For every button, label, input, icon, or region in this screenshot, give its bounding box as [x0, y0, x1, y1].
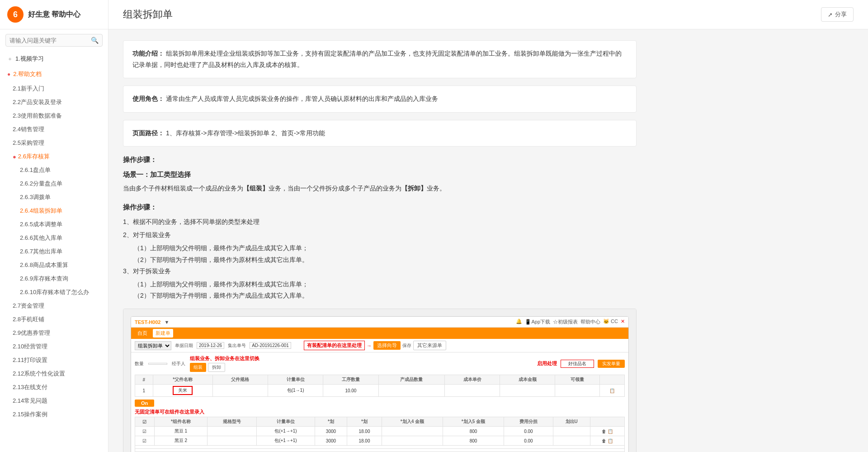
col-unit2: 计量单位	[256, 417, 315, 427]
mock-confirm-btn[interactable]: 实发单量	[598, 360, 625, 368]
col-name: *父件名称	[153, 375, 212, 385]
step2: 2、对于组装业务	[123, 229, 637, 241]
table-row: ☑ 黑豆 1 包(+1→+1) 3000 18.00 800 0.00	[135, 427, 625, 436]
sidebar-item-faq[interactable]: 2.14常见问题	[13, 394, 108, 408]
col-avail: 可领量	[555, 375, 599, 385]
col-d: 费用分担	[504, 417, 553, 427]
sidebar-item-data-prep[interactable]: 2.3使用前数据准备	[13, 109, 108, 123]
sidebar-item-partial-stocktake[interactable]: 2.6.2分量盘点单	[20, 177, 108, 190]
sidebar-item-assembly[interactable]: 2.6.4组装拆卸单	[20, 204, 108, 218]
table-row	[135, 449, 625, 452]
step-list: 1、根据不同的业务，选择不同单据的类型来处理 2、对于组装业务 （1）上部明细为…	[123, 216, 637, 301]
mock-tabs: 组装 拆卸	[190, 363, 225, 372]
mock-tab-disassembly[interactable]: 拆卸	[208, 363, 225, 372]
mock-icon4: 帮助中心	[580, 319, 600, 325]
col-b: *划入4 金额	[382, 417, 443, 427]
sidebar-item-ops[interactable]: 2.10经营管理	[13, 340, 108, 353]
mock-num-label: 集出单号	[228, 343, 246, 349]
col-a: *划	[347, 417, 382, 427]
col-ops	[599, 375, 624, 385]
mock-icon3: ☆初级报表	[553, 319, 578, 325]
path-text: 1、库存核算->库存管理->组装拆卸单 2、首页->常用功能	[166, 129, 325, 137]
search-box[interactable]: 🔍	[5, 34, 103, 47]
step2-sub2: （2）下部明细为子件明细，最终作为原材料生成其它出库单。	[123, 254, 637, 266]
sidebar-item-system[interactable]: 2.12系统个性化设置	[13, 367, 108, 381]
intro-text: 组装拆卸单用来处理企业组装或拆卸等加工业务，支持有固定装配清单的产品加工业务，也…	[132, 50, 622, 68]
sidebar-item-print[interactable]: 2.11打印设置	[13, 353, 108, 367]
table-row	[135, 446, 625, 449]
sidebar-item-other-in[interactable]: 2.6.6其他入库单	[20, 231, 108, 245]
minus-icon: ●	[13, 153, 16, 160]
ann-cell: 关米	[173, 386, 193, 395]
nav-sub-docs: 2.1新手入门 2.2产品安装及登录 2.3使用前数据准备 2.4销售管理 2.…	[0, 82, 108, 421]
mock-icon5: 🐱 CC	[603, 319, 618, 325]
logo-icon: 6	[7, 6, 24, 23]
sidebar-item-finance[interactable]: 2.7资金管理	[13, 299, 108, 313]
on-badge: On	[135, 400, 154, 407]
mock-body: 数量 经手人 组装业务、拆卸业务在这里切换 组装 拆卸	[131, 352, 628, 452]
ann4-text: 无固定清单可在组件在这里录入	[135, 409, 625, 415]
sidebar-item-docs[interactable]: ● 2.帮助文档	[0, 67, 108, 82]
sidebar-item-beginner[interactable]: 2.1新手入门	[13, 82, 108, 95]
mock-tab-assembly[interactable]: 组装	[190, 363, 206, 372]
sidebar-item-cost-adjust[interactable]: 2.6.5成本调整单	[20, 218, 108, 231]
sidebar-item-inv-ledger[interactable]: 2.6.9库存账本查询	[20, 272, 108, 285]
sidebar: 6 好生意 帮助中心 🔍 ＋ 1.视频学习 ● 2.帮助文档 2.1新手入门 2…	[0, 0, 108, 452]
sidebar-item-stocktake[interactable]: 2.6.1盘点单	[20, 163, 108, 177]
mock-qty	[148, 363, 167, 365]
search-input[interactable]	[9, 37, 91, 44]
mock-logo: TEST-H002	[135, 319, 160, 325]
col-spec2: 规格型号	[207, 417, 256, 427]
search-icon[interactable]: 🔍	[91, 37, 99, 44]
lower-table-area: 无固定清单可在组件在这里录入 ☑ *组件名称 规格型号 计量单位 *划	[135, 409, 625, 452]
nav-sub-inventory: 2.6.1盘点单 2.6.2分量盘点单 2.6.3调拨单 2.6.4组装拆卸单 …	[13, 163, 108, 299]
sidebar-item-cases[interactable]: 2.15操作案例	[13, 408, 108, 421]
sidebar-item-video[interactable]: ＋ 1.视频学习	[0, 51, 108, 67]
scenario1-title: 场景一：加工类型选择	[123, 171, 637, 179]
sidebar-item-inv-ledger-fix[interactable]: 2.6.10库存账本错了怎么办	[20, 285, 108, 299]
col-check: ☑	[135, 417, 155, 427]
sidebar-item-coupon[interactable]: 2.9优惠券管理	[13, 326, 108, 340]
ann3-text: 启用处理	[537, 360, 557, 367]
sidebar-item-other-out[interactable]: 2.6.7其他出库单	[20, 245, 108, 258]
page-title: 组装拆卸单	[123, 8, 173, 21]
main-content: 组装拆卸单 ➚ 分享 功能介绍： 组装拆卸单用来处理企业组装或拆卸等加工业务，支…	[108, 0, 868, 452]
intro-label: 功能介绍：	[132, 50, 164, 57]
site-title: 好生意 帮助中心	[28, 10, 80, 19]
mock-other-btn[interactable]: 其它来源单	[413, 341, 446, 350]
mock-nav-active: 新建单	[153, 329, 173, 338]
mock-date: 2019-12-26	[197, 342, 224, 349]
mock-icon1: 🔔	[516, 319, 522, 325]
mock-titlebar-icons: 🔔 📱App下载 ☆初级报表 帮助中心 🐱 CC ✕	[516, 319, 625, 325]
path-block: 页面路径： 1、库存核算->库存管理->组装拆卸单 2、首页->常用功能	[123, 120, 637, 147]
mock-type-select[interactable]: 组装拆卸单	[135, 341, 171, 350]
sidebar-item-mobile[interactable]: 2.8手机旺铺	[13, 313, 108, 326]
table-row: ☑ 黑豆 2 包(+1→+1) 3000 18.00 800 0.00	[135, 436, 625, 446]
sidebar-item-install[interactable]: 2.2产品安装及登录	[13, 95, 108, 109]
sidebar-item-sales[interactable]: 2.4销售管理	[13, 123, 108, 136]
ann2-text: 组装业务、拆卸业务在这里切换	[190, 355, 259, 362]
intro-block: 功能介绍： 组装拆卸单用来处理企业组装或拆卸等加工业务，支持有固定装配清单的产品…	[123, 40, 637, 78]
sidebar-item-purchase[interactable]: 2.5采购管理	[13, 136, 108, 150]
path-label: 页面路径：	[132, 129, 164, 137]
step2-sub1: （1）上部明细为父件明细，最终作为产成品生成其它入库单；	[123, 243, 637, 254]
col-spec: 父件规格	[212, 375, 268, 385]
step3: 3、对于拆装业务	[123, 266, 637, 277]
annotation1-area: 有装配清单的在这里处理 → 选择向导 保存 其它来源单	[304, 341, 446, 350]
ann1-arrow: →	[367, 343, 372, 348]
sidebar-item-payment[interactable]: 2.13在线支付	[13, 381, 108, 394]
mock-select-btn[interactable]: 选择向导	[373, 341, 401, 350]
col-plan: 工序数量	[323, 375, 378, 385]
sidebar-item-transfer[interactable]: 2.6.3调拨单	[20, 190, 108, 204]
scenario1-desc: 当由多个子件材料组装成一个成品的业务为【组装】业务，当由一个父件拆分成多个子产品…	[123, 183, 637, 194]
mock-toolbar: 组装拆卸单 单据日期 2019-12-26 集出单号 AD-20191226-0…	[131, 339, 628, 352]
mock-on-area: On	[135, 400, 625, 407]
role-text: 通常由生产人员或库管人员完成拆装业务的操作，库管人员确认原材料的出库和产成品的入…	[166, 95, 438, 102]
mock-close[interactable]: ✕	[621, 319, 625, 325]
sidebar-item-inventory[interactable]: ● 2.6库存核算	[13, 150, 108, 163]
col-amount: 成本金额	[500, 375, 555, 385]
content-body: 功能介绍： 组装拆卸单用来处理企业组装或拆卸等加工业务，支持有固定装配清单的产品…	[108, 29, 651, 452]
sidebar-item-cost-recalc[interactable]: 2.6.8商品成本重算	[20, 258, 108, 272]
toggle-icon: ＋	[7, 55, 13, 63]
share-button[interactable]: ➚ 分享	[821, 7, 854, 22]
